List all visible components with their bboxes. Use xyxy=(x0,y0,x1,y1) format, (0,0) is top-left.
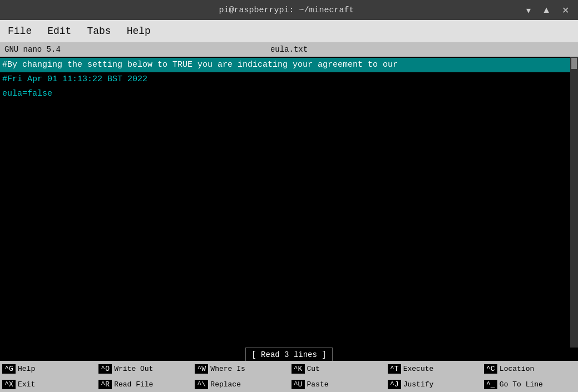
shortcut-label-paste: Paste xyxy=(307,380,329,389)
shortcut-key-t: ^T xyxy=(388,364,401,374)
shortcut-read-file[interactable]: ^R Read File xyxy=(96,379,192,390)
nano-header: GNU nano 5.4 eula.txt xyxy=(0,42,578,57)
shortcut-paste[interactable]: ^U Paste xyxy=(289,379,386,390)
shortcut-replace[interactable]: ^\ Replace xyxy=(192,379,289,390)
title-bar: pi@raspberrypi: ~/minecraft ▾ ▲ ✕ xyxy=(0,0,578,20)
close-button[interactable]: ✕ xyxy=(559,4,572,17)
shortcut-key-x: ^X xyxy=(2,380,16,389)
maximize-button[interactable]: ▲ xyxy=(539,4,554,17)
nano-filename: eula.txt xyxy=(194,45,384,54)
shortcut-row-2: ^X Exit ^R Read File ^\ Replace ^U Paste… xyxy=(0,379,578,390)
shortcut-key-r: ^R xyxy=(98,380,112,389)
shortcut-label-cut: Cut xyxy=(307,365,320,373)
menu-file[interactable]: File xyxy=(4,23,35,39)
shortcut-row-1: ^G Help ^O Write Out ^W Where Is ^K Cut … xyxy=(0,363,578,375)
shortcut-key-u: ^U xyxy=(292,380,305,389)
shortcut-key-j: ^J xyxy=(388,380,401,389)
menu-tabs[interactable]: Tabs xyxy=(83,23,114,39)
shortcut-label-help: Help xyxy=(18,365,35,373)
shortcut-label-justify: Justify xyxy=(403,380,434,389)
shortcut-key-backslash: ^\ xyxy=(195,380,208,389)
editor-wrapper: #By changing the setting below to TRUE y… xyxy=(0,57,578,348)
shortcut-write-out[interactable]: ^O Write Out xyxy=(96,363,192,375)
shortcut-go-to-line[interactable]: ^_ Go To Line xyxy=(482,379,578,390)
shortcut-label-write-out: Write Out xyxy=(114,365,153,373)
shortcut-key-g: ^G xyxy=(2,364,16,374)
shortcut-label-execute: Execute xyxy=(403,365,434,373)
minimize-button[interactable]: ▾ xyxy=(523,4,534,17)
shortcut-cut[interactable]: ^K Cut xyxy=(289,363,386,375)
shortcut-key-o: ^O xyxy=(98,364,112,374)
shortcut-label-location: Location xyxy=(500,365,534,373)
scrollbar-thumb[interactable] xyxy=(571,58,577,69)
shortcut-exit[interactable]: ^X Exit xyxy=(0,379,96,390)
editor-line-3: eula=false xyxy=(0,87,570,101)
editor-line-2: #Fri Apr 01 11:13:22 BST 2022 xyxy=(0,72,570,87)
shortcut-key-c: ^C xyxy=(484,364,497,374)
shortcut-label-go-to-line: Go To Line xyxy=(500,380,543,389)
shortcut-key-k: ^K xyxy=(292,364,305,374)
editor-line-1: #By changing the setting below to TRUE y… xyxy=(0,58,570,72)
shortcut-where-is[interactable]: ^W Where Is xyxy=(192,363,289,375)
shortcut-key-underscore: ^_ xyxy=(484,380,497,389)
shortcut-execute[interactable]: ^T Execute xyxy=(386,363,482,375)
editor-area[interactable]: #By changing the setting below to TRUE y… xyxy=(0,57,570,348)
shortcut-label-where-is: Where Is xyxy=(210,365,245,373)
shortcut-label-read-file: Read File xyxy=(114,380,153,389)
nano-version: GNU nano 5.4 xyxy=(4,45,194,54)
shortcut-bar: ^G Help ^O Write Out ^W Where Is ^K Cut … xyxy=(0,361,578,392)
shortcut-label-exit: Exit xyxy=(18,380,35,389)
shortcut-location[interactable]: ^C Location xyxy=(482,363,578,375)
menu-edit[interactable]: Edit xyxy=(44,23,75,39)
status-message: [ Read 3 lines ] xyxy=(245,348,332,362)
shortcut-label-replace: Replace xyxy=(210,380,241,389)
menu-help[interactable]: Help xyxy=(123,23,154,39)
status-bar: [ Read 3 lines ] xyxy=(0,348,578,361)
shortcut-justify[interactable]: ^J Justify xyxy=(386,379,482,390)
shortcut-help[interactable]: ^G Help xyxy=(0,363,96,375)
window-controls[interactable]: ▾ ▲ ✕ xyxy=(523,4,572,17)
menu-bar: File Edit Tabs Help xyxy=(0,20,578,42)
shortcut-key-w: ^W xyxy=(195,364,208,374)
window-title: pi@raspberrypi: ~/minecraft xyxy=(50,6,523,15)
scrollbar[interactable] xyxy=(570,57,578,348)
